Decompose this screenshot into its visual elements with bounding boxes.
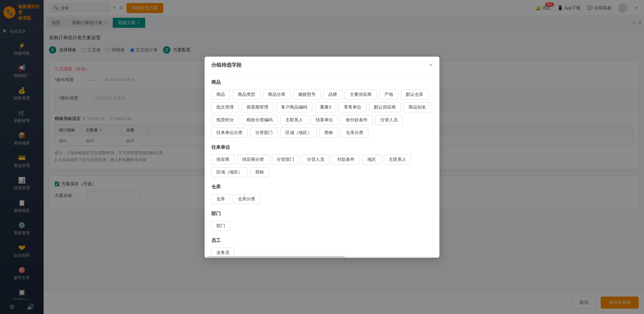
field-grid-goods: 商品商品类型商品分类规格型号品牌主要供应商产地默认仓库批次管理保质期管理客户商品…	[211, 89, 433, 138]
field-chip-分管人员[interactable]: 分管人员	[375, 115, 403, 125]
field-chip-保质期管理[interactable]: 保质期管理	[241, 102, 273, 112]
field-chip-地区[interactable]: 地区	[362, 154, 381, 165]
field-chip-收付款条件[interactable]: 收付款条件	[341, 115, 373, 125]
field-chip-批次管理[interactable]: 批次管理	[211, 102, 239, 112]
modal-header: 分组待选字段 ×	[205, 57, 439, 74]
field-chip-商品[interactable]: 商品	[211, 89, 230, 100]
field-chip-商品别名[interactable]: 商品别名	[404, 102, 431, 112]
modal-section-employee: 员工业务员	[211, 238, 433, 256]
field-chip-供应商分类[interactable]: 供应商分类	[237, 154, 269, 165]
field-chip-商品类型[interactable]: 商品类型	[233, 89, 260, 100]
field-chip-规格型号[interactable]: 规格型号	[293, 89, 321, 100]
field-chip-默认供应商[interactable]: 默认供应商	[369, 102, 401, 112]
field-chip-税收分类编码[interactable]: 税收分类编码	[241, 115, 278, 125]
field-chip-重量3[interactable]: 重量3	[315, 102, 336, 112]
field-chip-商品分类[interactable]: 商品分类	[263, 89, 290, 100]
field-chip-产地[interactable]: 产地	[379, 89, 398, 100]
field-chip-付款条件[interactable]: 付款条件	[332, 154, 360, 165]
modal-dialog: 分组待选字段 × 商品商品商品类型商品分类规格型号品牌主要供应商产地默认仓库批次…	[205, 57, 439, 258]
section-title-department: 部门	[211, 211, 433, 217]
modal-body: 商品商品商品类型商品分类规格型号品牌主要供应商产地默认仓库批次管理保质期管理客户…	[205, 74, 439, 256]
modal-overlay: 分组待选字段 × 商品商品商品类型商品分类规格型号品牌主要供应商产地默认仓库批次…	[0, 0, 644, 314]
field-chip-主要供应商[interactable]: 主要供应商	[345, 89, 377, 100]
field-grid-partner: 供应商供应商分类分管部门分管人员付款条件地区主联系人区域（地区）简称	[211, 154, 433, 177]
field-chip-简称[interactable]: 简称	[250, 167, 269, 177]
field-grid-warehouse: 仓库仓库分类	[211, 194, 433, 204]
field-chip-分管人员[interactable]: 分管人员	[302, 154, 329, 165]
field-chip-往来单位分类[interactable]: 往来单位分类	[211, 128, 248, 138]
field-chip-主联系人[interactable]: 主联系人	[384, 154, 411, 165]
horizontal-scrollbar-thumb[interactable]	[207, 256, 345, 257]
field-chip-零售单位[interactable]: 零售单位	[339, 102, 366, 112]
section-title-partner: 往来单位	[211, 144, 433, 150]
field-chip-分管部门[interactable]: 分管部门	[272, 154, 299, 165]
field-chip-供应商[interactable]: 供应商	[211, 154, 234, 165]
field-chip-部门[interactable]: 部门	[211, 221, 230, 231]
modal-section-partner: 往来单位供应商供应商分类分管部门分管人员付款条件地区主联系人区域（地区）简称	[211, 144, 433, 177]
modal-section-warehouse: 仓库仓库仓库分类	[211, 184, 433, 204]
field-chip-主联系人[interactable]: 主联系人	[280, 115, 308, 125]
field-chip-客户商品编码[interactable]: 客户商品编码	[276, 102, 312, 112]
modal-section-department: 部门部门	[211, 211, 433, 231]
field-grid-employee: 业务员	[211, 248, 433, 256]
field-chip-区域（地区）[interactable]: 区域（地区）	[211, 167, 248, 177]
field-chip-分管部门[interactable]: 分管部门	[250, 128, 278, 138]
field-chip-简称[interactable]: 简称	[319, 128, 338, 138]
field-chip-区域（地区）[interactable]: 区域（地区）	[280, 128, 317, 138]
field-chip-仓库分类[interactable]: 仓库分类	[233, 194, 260, 204]
modal-section-goods: 商品商品商品类型商品分类规格型号品牌主要供应商产地默认仓库批次管理保质期管理客户…	[211, 79, 433, 138]
field-chip-仓库[interactable]: 仓库	[211, 194, 230, 204]
field-chip-品牌[interactable]: 品牌	[323, 89, 342, 100]
modal-scrollbar-bottom	[205, 256, 439, 258]
modal-title: 分组待选字段	[211, 62, 241, 68]
field-chip-默认仓库[interactable]: 默认仓库	[401, 89, 428, 100]
field-chip-结算单位[interactable]: 结算单位	[311, 115, 338, 125]
section-title-warehouse: 仓库	[211, 184, 433, 190]
field-chip-业务员[interactable]: 业务员	[211, 248, 234, 256]
modal-close-btn[interactable]: ×	[429, 62, 433, 68]
field-grid-department: 部门	[211, 221, 433, 231]
field-chip-拣货积分[interactable]: 拣货积分	[211, 115, 239, 125]
section-title-goods: 商品	[211, 79, 433, 85]
field-chip-仓库分类[interactable]: 仓库分类	[341, 128, 368, 138]
section-title-employee: 员工	[211, 238, 433, 244]
